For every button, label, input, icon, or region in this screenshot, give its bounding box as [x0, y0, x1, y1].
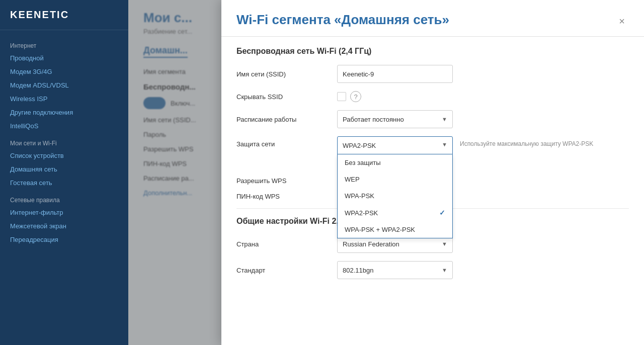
standard-row: Стандарт 802.11bgn ▼ — [236, 261, 629, 279]
wps-label: Разрешить WPS — [236, 177, 337, 185]
sidebar-item-wired[interactable]: Проводной — [0, 51, 128, 65]
modal-close-button[interactable]: × — [615, 14, 629, 28]
security-option-combined-label: WPA-PSK + WPA2-PSK — [345, 226, 415, 233]
ssid-input[interactable] — [337, 65, 453, 83]
sidebar-item-home-network[interactable]: Домашняя сеть — [0, 162, 128, 176]
hide-ssid-checkbox[interactable] — [337, 92, 346, 101]
country-value: Russian Federation — [343, 240, 399, 248]
security-chevron-up-icon: ▲ — [442, 142, 447, 148]
sidebar: KEENETIC Интернет Проводной Модем 3G/4G … — [0, 0, 128, 345]
hide-ssid-help-icon[interactable]: ? — [350, 91, 361, 102]
sidebar-item-forwarding[interactable]: Переадресация — [0, 233, 128, 246]
modal-title: Wi-Fi сегмента «Домашняя сеть» — [236, 12, 449, 28]
country-chevron-icon: ▼ — [442, 241, 447, 247]
hide-ssid-row: Скрывать SSID ? — [236, 91, 629, 102]
logo-text: KEENETIC — [10, 9, 69, 20]
hide-ssid-label: Скрывать SSID — [236, 93, 337, 101]
security-dropdown: Без защиты WEP WPA-PSK WPA2-PSK ✓ — [337, 154, 453, 238]
security-option-wpa-psk-wpa2-psk[interactable]: WPA-PSK + WPA2-PSK — [338, 221, 452, 238]
security-select[interactable]: WPA2-PSK ▲ — [337, 136, 453, 154]
main-area: Мои с... Разбиение сет... Домашн... Имя … — [128, 0, 644, 345]
modal-body: Беспроводная сеть Wi-Fi (2,4 ГГц) Имя се… — [221, 37, 644, 297]
schedule-row: Расписание работы Работает постоянно ▼ — [236, 110, 629, 128]
sidebar-item-intelliqos[interactable]: IntelliQoS — [0, 119, 128, 133]
wifi-settings-modal: Wi-Fi сегмента «Домашняя сеть» × Беспров… — [221, 0, 644, 345]
ssid-label: Имя сети (SSID) — [236, 70, 337, 78]
security-row: Защита сети WPA2-PSK ▲ Без защиты WEP — [236, 136, 629, 154]
standard-select[interactable]: 802.11bgn ▼ — [337, 261, 453, 279]
security-option-wpa-psk[interactable]: WPA-PSK — [338, 188, 452, 204]
wifi-section-title: Беспроводная сеть Wi-Fi (2,4 ГГц) — [236, 47, 629, 56]
sidebar-item-firewall[interactable]: Межсетевой экран — [0, 219, 128, 233]
sidebar-section-internet: Интернет — [0, 35, 128, 51]
security-option-wpa2-psk-label: WPA2-PSK — [345, 209, 378, 217]
sidebar-section-mynetworks: Мои сети и Wi-Fi — [0, 133, 128, 149]
standard-value: 802.11bgn — [343, 267, 373, 274]
security-option-wep[interactable]: WEP — [338, 171, 452, 188]
schedule-select-wrapper: Работает постоянно ▼ — [337, 110, 453, 128]
wpa2-psk-checkmark-icon: ✓ — [439, 209, 445, 217]
schedule-label: Расписание работы — [236, 116, 337, 123]
standard-label: Стандарт — [236, 267, 337, 274]
sidebar-item-other-connections[interactable]: Другие подключения — [0, 106, 128, 119]
sidebar-item-device-list[interactable]: Список устройств — [0, 149, 128, 162]
security-option-none-label: Без защиты — [345, 159, 381, 166]
security-option-wpa-psk-label: WPA-PSK — [345, 192, 374, 200]
sidebar-nav: Интернет Проводной Модем 3G/4G Модем ADS… — [0, 30, 128, 345]
ssid-row: Имя сети (SSID) — [236, 65, 629, 83]
security-option-wep-label: WEP — [345, 176, 360, 183]
security-option-none[interactable]: Без защиты — [338, 154, 452, 171]
security-select-container: WPA2-PSK ▲ Без защиты WEP WPA-PSK — [337, 136, 453, 154]
hide-ssid-checkbox-container: ? — [337, 91, 361, 102]
standard-select-wrapper: 802.11bgn ▼ — [337, 261, 453, 279]
security-option-wpa2-psk[interactable]: WPA2-PSK ✓ — [338, 204, 452, 221]
sidebar-item-internet-filter[interactable]: Интернет-фильтр — [0, 206, 128, 219]
sidebar-item-guest-network[interactable]: Гостевая сеть — [0, 176, 128, 190]
sidebar-item-3g4g[interactable]: Модем 3G/4G — [0, 65, 128, 78]
sidebar-item-adsl[interactable]: Модем ADSL/VDSL — [0, 78, 128, 92]
logo-area: KEENETIC — [0, 0, 128, 30]
sidebar-section-network-rules: Сетевые правила — [0, 190, 128, 206]
standard-chevron-icon: ▼ — [442, 267, 447, 273]
modal-header: Wi-Fi сегмента «Домашняя сеть» × — [221, 0, 644, 37]
schedule-value: Работает постоянно — [343, 116, 404, 123]
country-label: Страна — [236, 240, 337, 248]
security-hint: Используйте максимальную защиту WPA2-PSK — [460, 136, 593, 147]
security-value: WPA2-PSK — [343, 142, 376, 149]
schedule-chevron-icon: ▼ — [442, 116, 447, 122]
pin-wps-label: ПИН-код WPS — [236, 193, 337, 200]
sidebar-item-wireless-isp[interactable]: Wireless ISP — [0, 92, 128, 106]
schedule-select[interactable]: Работает постоянно ▼ — [337, 110, 453, 128]
security-label: Защита сети — [236, 136, 337, 148]
